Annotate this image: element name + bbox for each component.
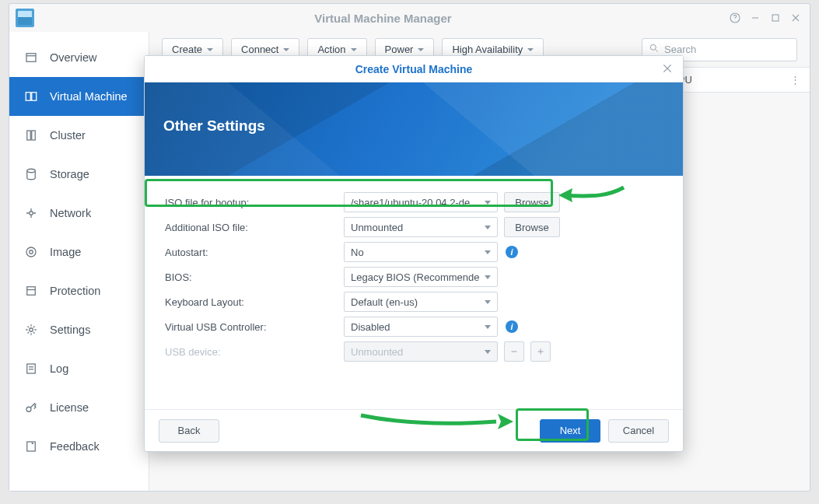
chevron-down-icon [485,350,491,354]
chevron-down-icon [207,48,213,51]
sidebar-item-label: Log [50,362,68,375]
autostart-select[interactable]: No [344,242,498,262]
dialog-footer: Back Next Cancel [145,409,683,451]
field-label: Additional ISO file: [165,222,344,233]
feedback-icon [23,439,39,454]
sidebar-item-network[interactable]: Network [9,194,149,233]
svg-point-12 [27,169,36,173]
field-usb-device: USB device: Unmounted [165,339,663,364]
additional-iso-select[interactable]: Unmounted [344,217,498,237]
sidebar-item-log[interactable]: Log [9,349,149,388]
create-vm-dialog: Create Virtual Machine Other Settings IS… [144,55,684,452]
sidebar-item-license[interactable]: License [9,388,149,427]
svg-rect-6 [26,54,36,62]
svg-point-14 [26,247,36,257]
usb-controller-select[interactable]: Disabled [344,317,498,337]
chevron-down-icon [485,275,491,279]
dialog-section-title: Other Settings [163,117,265,135]
sidebar-item-cluster[interactable]: Cluster [9,116,149,155]
button-label: Next [560,425,581,436]
sidebar-item-label: Image [50,246,81,258]
next-button[interactable]: Next [540,419,600,443]
svg-rect-16 [27,287,36,296]
search-icon [649,43,660,57]
button-label: Browse [515,222,548,233]
window-title: Virtual Machine Manager [44,12,723,25]
info-icon[interactable]: i [506,320,518,333]
svg-point-17 [30,328,33,332]
back-button[interactable]: Back [159,419,219,443]
sidebar-item-settings[interactable]: Settings [9,310,149,349]
sidebar-item-image[interactable]: Image [9,233,149,271]
maximize-icon[interactable] [768,10,783,26]
svg-rect-22 [27,442,36,451]
sidebar-item-label: Feedback [50,440,100,453]
button-label: Browse [515,197,548,208]
svg-rect-3 [772,15,779,21]
select-value: Default (en-us) [351,296,485,308]
bios-select[interactable]: Legacy BIOS (Recommende [344,267,498,287]
field-label: Keyboard Layout: [165,296,344,308]
button-label: Action [317,44,345,55]
field-label: BIOS: [165,271,344,283]
sidebar-item-label: License [50,401,89,414]
add-usb-button[interactable] [530,341,551,362]
close-icon[interactable] [788,10,803,26]
protection-icon [23,283,39,299]
field-label: USB device: [165,346,344,358]
chevron-down-icon [485,201,491,205]
dialog-close-icon[interactable] [661,62,675,76]
svg-point-23 [650,44,656,50]
chevron-down-icon [283,48,289,51]
iso-bootup-select[interactable]: /share1/ubuntu-20.04.2-de [344,192,498,212]
iso-bootup-browse-button[interactable]: Browse [504,192,560,212]
remove-usb-button[interactable] [504,341,524,362]
sidebar-item-feedback[interactable]: Feedback [9,427,149,466]
gear-icon [23,322,39,338]
sidebar-item-label: Protection [50,285,100,297]
field-bios: BIOS: Legacy BIOS (Recommende [165,264,663,289]
field-autostart: Autostart: No i [165,240,663,264]
cluster-icon [23,128,39,143]
sidebar-item-storage[interactable]: Storage [9,155,149,194]
help-icon[interactable] [727,10,743,26]
search-input[interactable] [664,44,790,55]
additional-iso-browse-button[interactable]: Browse [504,217,560,237]
dialog-banner: Other Settings [145,82,683,176]
sidebar-item-label: Virtual Machine [50,90,128,103]
chevron-down-icon [418,48,424,51]
select-value: /share1/ubuntu-20.04.2-de [351,197,485,208]
svg-rect-10 [27,131,31,140]
info-icon[interactable]: i [506,246,518,258]
dialog-form: ISO file for bootup: /share1/ubuntu-20.0… [145,176,683,409]
field-label: ISO file for bootup: [165,197,344,208]
button-label: Cancel [623,425,654,436]
chevron-down-icon [527,48,534,51]
field-usb-controller: Virtual USB Controller: Disabled i [165,314,663,339]
button-label: Power [385,44,414,55]
sidebar-item-label: Overview [50,51,96,64]
key-icon [23,400,39,415]
field-keyboard-layout: Keyboard Layout: Default (en-us) [165,289,663,314]
minimize-icon[interactable] [747,10,763,26]
button-label: High Availability [452,44,523,55]
cancel-button[interactable]: Cancel [608,419,669,443]
usb-device-select: Unmounted [344,341,498,362]
field-label: Autostart: [165,247,344,258]
keyboard-layout-select[interactable]: Default (en-us) [344,292,498,312]
select-value: Disabled [351,321,485,333]
sidebar-item-overview[interactable]: Overview [9,38,149,77]
field-additional-iso: Additional ISO file: Unmounted Browse [165,215,663,240]
dialog-title-text: Create Virtual Machine [355,63,473,75]
sidebar-item-label: Settings [50,324,90,336]
field-iso-bootup: ISO file for bootup: /share1/ubuntu-20.0… [165,190,663,215]
overview-icon [23,50,39,65]
sidebar-item-virtual-machine[interactable]: Virtual Machine [9,77,149,116]
sidebar-item-label: Storage [50,168,89,180]
storage-icon [23,166,39,182]
sidebar-item-protection[interactable]: Protection [9,271,149,310]
sidebar-item-label: Network [50,207,91,219]
select-value: Unmounted [351,222,485,233]
column-menu-icon[interactable]: ⋮ [790,74,810,86]
app-icon [16,9,34,27]
